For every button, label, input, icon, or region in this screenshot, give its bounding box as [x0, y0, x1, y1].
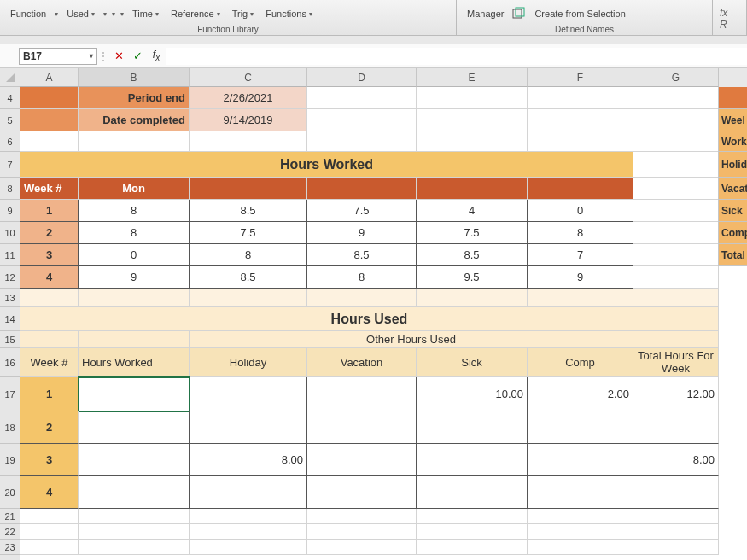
- cell-A15[interactable]: [20, 331, 79, 348]
- cell-F6[interactable]: [528, 131, 633, 152]
- cell-D6[interactable]: [307, 131, 417, 152]
- cell-F10[interactable]: 8: [528, 222, 633, 244]
- cell-C5[interactable]: 9/14/2019: [190, 109, 307, 131]
- cell-E18[interactable]: [417, 411, 528, 444]
- cell-C13[interactable]: [190, 289, 307, 307]
- hu-week-1[interactable]: 1: [20, 377, 79, 411]
- cell-G17[interactable]: 12.00: [633, 377, 719, 411]
- create-from-selection-button[interactable]: Create from Selection: [531, 7, 628, 20]
- hu-hdr-hours-worked[interactable]: Hours Worked: [79, 348, 190, 377]
- cell-G5[interactable]: [633, 109, 719, 131]
- select-all-corner[interactable]: [0, 68, 20, 87]
- cell-F13[interactable]: [528, 289, 633, 307]
- cell-F18[interactable]: [528, 411, 633, 444]
- cell-C19[interactable]: 8.00: [190, 444, 307, 476]
- cell-E20[interactable]: [417, 476, 528, 509]
- cell-E9[interactable]: 4: [417, 200, 528, 222]
- cell-G8[interactable]: [633, 178, 719, 200]
- cell-D18[interactable]: [307, 411, 417, 444]
- row-header-21[interactable]: 21: [0, 509, 20, 524]
- cell-F4[interactable]: [528, 87, 633, 109]
- cell-B5[interactable]: Date completed: [79, 109, 190, 131]
- row-header-4[interactable]: 4: [0, 87, 20, 109]
- cell-C4[interactable]: 2/26/2021: [190, 87, 307, 109]
- cell-B18[interactable]: [79, 411, 190, 444]
- cell-B17[interactable]: [79, 377, 190, 411]
- cell-A22[interactable]: [20, 524, 79, 540]
- cell-A21[interactable]: [20, 509, 79, 524]
- cell-F20[interactable]: [528, 476, 633, 509]
- cell-C6[interactable]: [190, 131, 307, 152]
- hu-hdr-comp[interactable]: Comp: [528, 348, 633, 377]
- row-header-19[interactable]: 19: [0, 444, 20, 476]
- col-header-E[interactable]: E: [417, 68, 528, 87]
- cell-C18[interactable]: [190, 411, 307, 444]
- row-header-9[interactable]: 9: [0, 200, 20, 222]
- cell-E4[interactable]: [417, 87, 528, 109]
- hu-hdr-total[interactable]: Total Hours ForWeek: [633, 348, 719, 377]
- cell-D12[interactable]: 8: [307, 266, 417, 289]
- cell-C20[interactable]: [190, 476, 307, 509]
- cell-E23[interactable]: [417, 540, 528, 555]
- cell-C10[interactable]: 7.5: [190, 222, 307, 244]
- cell-C12[interactable]: 8.5: [190, 266, 307, 289]
- cell-G23[interactable]: [633, 540, 719, 555]
- row-header-13[interactable]: 13: [0, 289, 20, 307]
- cell-E6[interactable]: [417, 131, 528, 152]
- col-header-A[interactable]: A: [20, 68, 79, 87]
- cell-B10[interactable]: 8: [79, 222, 190, 244]
- cell-C8[interactable]: [190, 178, 307, 200]
- cell-D23[interactable]: [307, 540, 417, 555]
- cell-F8[interactable]: [528, 178, 633, 200]
- row-header-8[interactable]: 8: [0, 178, 20, 200]
- cell-E10[interactable]: 7.5: [417, 222, 528, 244]
- cell-G10[interactable]: [633, 222, 719, 244]
- hw-week-4[interactable]: 4: [20, 266, 79, 289]
- cell-F23[interactable]: [528, 540, 633, 555]
- more-functions-button[interactable]: Functions▾: [262, 7, 316, 20]
- row-header-23[interactable]: 23: [0, 540, 20, 555]
- cell-D17[interactable]: [307, 377, 417, 411]
- cell-E5[interactable]: [417, 109, 528, 131]
- row-header-6[interactable]: 6: [0, 131, 20, 152]
- cell-B6[interactable]: [79, 131, 190, 152]
- cell-C17[interactable]: [190, 377, 307, 411]
- cell-G21[interactable]: [633, 509, 719, 524]
- date-time-button[interactable]: Time▾: [129, 7, 162, 20]
- hu-hdr-vacation[interactable]: Vacation: [307, 348, 417, 377]
- chevron-down-icon[interactable]: ▾: [90, 52, 93, 60]
- hw-week-3[interactable]: 3: [20, 244, 79, 266]
- cell-C23[interactable]: [190, 540, 307, 555]
- cell-G4[interactable]: [633, 87, 719, 109]
- hu-week-4[interactable]: 4: [20, 476, 79, 509]
- row-header-20[interactable]: 20: [0, 476, 20, 509]
- cell-F5[interactable]: [528, 109, 633, 131]
- cell-E13[interactable]: [417, 289, 528, 307]
- cell-G18[interactable]: [633, 411, 719, 444]
- hw-week-1[interactable]: 1: [20, 200, 79, 222]
- cell-F11[interactable]: 7: [528, 244, 633, 266]
- insert-function-fx-button[interactable]: fx: [147, 49, 166, 62]
- cell-A8[interactable]: Week #: [20, 178, 79, 200]
- lookup-reference-button[interactable]: Reference▾: [167, 7, 224, 20]
- cell-C22[interactable]: [190, 524, 307, 540]
- cell-A23[interactable]: [20, 540, 79, 555]
- cell-G7[interactable]: [633, 152, 719, 178]
- cell-F22[interactable]: [528, 524, 633, 540]
- cell-B22[interactable]: [79, 524, 190, 540]
- hours-used-title[interactable]: Hours Used: [20, 307, 719, 331]
- col-header-G[interactable]: G: [633, 68, 719, 87]
- cell-A13[interactable]: [20, 289, 79, 307]
- row-header-14[interactable]: 14: [0, 307, 20, 331]
- recently-used-button[interactable]: Used▾: [63, 7, 98, 20]
- cell-G11[interactable]: [633, 244, 719, 266]
- row-header-10[interactable]: 10: [0, 222, 20, 244]
- hu-hdr-week[interactable]: Week #: [20, 348, 79, 377]
- cell-C9[interactable]: 8.5: [190, 200, 307, 222]
- cell-G19[interactable]: 8.00: [633, 444, 719, 476]
- cell-D13[interactable]: [307, 289, 417, 307]
- cell-F21[interactable]: [528, 509, 633, 524]
- hours-worked-title[interactable]: Hours Worked: [20, 152, 633, 178]
- row-header-12[interactable]: 12: [0, 266, 20, 289]
- name-box[interactable]: B17▾: [19, 48, 97, 65]
